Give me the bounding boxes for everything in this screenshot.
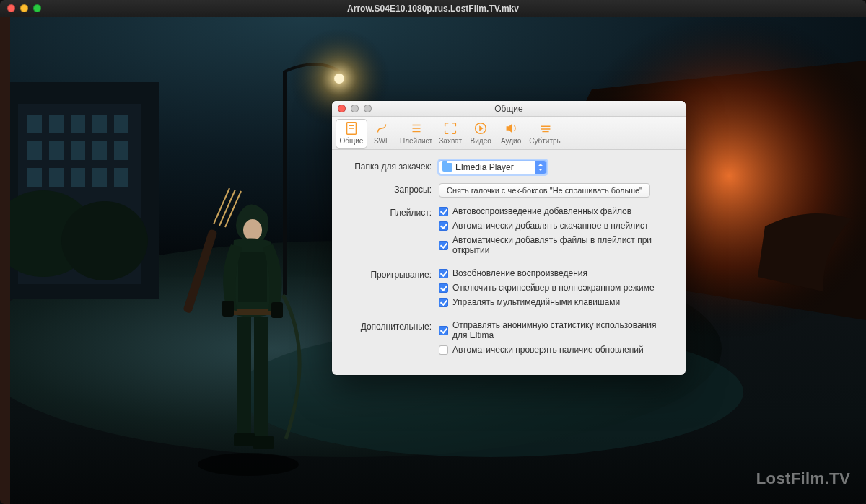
svg-rect-41	[0, 17, 10, 504]
checkbox-media-keys[interactable]: Управлять мультимедийными клавишами	[439, 297, 673, 307]
svg-rect-40	[253, 436, 274, 449]
svg-rect-33	[238, 252, 267, 302]
tab-label: Общие	[340, 137, 364, 145]
checkbox-label: Автоматически проверять наличие обновлен…	[452, 345, 644, 355]
playlist-label: Плейлист:	[345, 206, 439, 218]
checkbox-label: Автоматически добавлять скачанное в плей…	[452, 221, 648, 231]
svg-rect-6	[27, 115, 42, 133]
prefs-body: Папка для закачек: Elmedia Player Запрос…	[332, 150, 686, 375]
svg-rect-13	[71, 141, 85, 160]
swf-icon	[374, 121, 390, 136]
checkbox-disable-screensaver[interactable]: Отключить скринсейвер в полноэкранном ре…	[439, 283, 673, 293]
checkbox-autoplay-added[interactable]: Автовоспроизведение добавленных файлов	[439, 206, 673, 216]
svg-rect-9	[92, 115, 107, 133]
maximize-button[interactable]	[33, 4, 41, 12]
svg-rect-34	[232, 309, 273, 315]
tab-swf[interactable]: SWF	[367, 120, 397, 148]
svg-point-22	[61, 201, 148, 280]
checkbox-label: Отключить скринсейвер в полноэкранном ре…	[452, 283, 655, 293]
svg-rect-39	[234, 433, 255, 446]
svg-rect-11	[27, 141, 42, 160]
svg-point-32	[243, 219, 262, 241]
player-traffic-lights	[7, 4, 41, 12]
checkbox-icon	[439, 345, 448, 355]
row-playback: Проигрывание: Возобновление воспроизведе…	[345, 268, 673, 311]
svg-rect-35	[222, 301, 234, 317]
audio-icon	[503, 121, 519, 136]
prefs-title: Общие	[332, 104, 686, 114]
svg-rect-14	[92, 141, 107, 160]
checkbox-label: Отправлять анонимную статистику использо…	[452, 320, 673, 340]
svg-rect-10	[114, 115, 128, 133]
chevron-updown-icon	[535, 161, 546, 174]
checkbox-icon	[439, 326, 448, 335]
checkbox-add-downloaded[interactable]: Автоматически добавлять скачанное в плей…	[439, 221, 673, 231]
checkbox-anon-stats[interactable]: Отправлять анонимную статистику использо…	[439, 320, 673, 340]
tab-label: SWF	[374, 137, 390, 145]
svg-rect-17	[49, 168, 64, 187]
reset-checkboxes-button[interactable]: Снять галочки с чек-боксов "Не спрашиват…	[439, 183, 650, 198]
svg-rect-12	[49, 141, 64, 160]
svg-rect-20	[114, 168, 128, 187]
tab-label: Субтитры	[529, 137, 562, 145]
capture-icon	[442, 121, 458, 136]
svg-rect-18	[71, 168, 85, 187]
checkbox-icon	[439, 269, 448, 278]
checkbox-icon	[439, 207, 448, 216]
checkbox-label: Автоматически добавлять файлы в плейлист…	[452, 235, 673, 255]
svg-rect-7	[49, 115, 64, 133]
downloads-label: Папка для закачек:	[345, 160, 439, 172]
row-downloads: Папка для закачек: Elmedia Player	[345, 160, 673, 174]
svg-point-25	[334, 74, 344, 84]
row-requests: Запросы: Снять галочки с чек-боксов "Не …	[345, 183, 673, 198]
svg-rect-8	[71, 115, 85, 133]
svg-rect-23	[283, 71, 287, 295]
playlist-icon	[408, 121, 424, 136]
row-playlist: Плейлист: Автовоспроизведение добавленны…	[345, 206, 673, 260]
downloads-folder-popup[interactable]: Elmedia Player	[439, 160, 547, 174]
svg-rect-37	[237, 317, 251, 439]
checkbox-icon	[439, 241, 448, 250]
checkbox-add-on-open[interactable]: Автоматически добавлять файлы в плейлист…	[439, 235, 673, 255]
prefs-toolbar: Общие SWF Плейлист Захват Видео Аудио	[332, 117, 686, 150]
checkbox-auto-update[interactable]: Автоматически проверять наличие обновлен…	[439, 345, 673, 355]
minimize-button[interactable]	[20, 4, 28, 12]
additional-label: Дополнительные:	[345, 320, 439, 332]
tab-label: Видео	[471, 137, 491, 145]
svg-point-27	[198, 453, 299, 476]
checkbox-icon	[439, 221, 448, 231]
tab-video[interactable]: Видео	[465, 120, 496, 148]
subtitles-icon	[538, 121, 554, 136]
tab-label: Захват	[439, 137, 462, 145]
tab-label: Аудио	[501, 137, 521, 145]
general-icon	[344, 121, 359, 136]
svg-rect-15	[114, 141, 128, 160]
preferences-window: Общие Общие SWF Плейлист Захват Видео	[332, 101, 686, 375]
tab-audio[interactable]: Аудио	[496, 120, 526, 148]
requests-label: Запросы:	[345, 183, 439, 195]
svg-rect-16	[27, 168, 42, 187]
svg-rect-36	[271, 302, 283, 318]
player-titlebar[interactable]: Arrow.S04E10.1080p.rus.LostFilm.TV.mkv	[0, 0, 866, 17]
tab-general[interactable]: Общие	[336, 120, 367, 148]
player-window: Arrow.S04E10.1080p.rus.LostFilm.TV.mkv	[0, 0, 866, 504]
prefs-titlebar[interactable]: Общие	[332, 101, 686, 117]
checkbox-label: Возобновление воспроизведения	[452, 268, 587, 278]
tab-subtitles[interactable]: Субтитры	[526, 120, 565, 148]
checkbox-label: Управлять мультимедийными клавишами	[452, 297, 620, 307]
tab-label: Плейлист	[400, 137, 432, 145]
playback-label: Проигрывание:	[345, 268, 439, 280]
downloads-folder-value: Elmedia Player	[455, 162, 514, 172]
video-icon	[473, 121, 489, 136]
checkbox-icon	[439, 298, 448, 307]
folder-icon	[442, 163, 452, 172]
tab-playlist[interactable]: Плейлист	[397, 120, 435, 148]
svg-rect-19	[92, 168, 107, 187]
checkbox-resume[interactable]: Возобновление воспроизведения	[439, 268, 673, 278]
svg-rect-38	[254, 317, 268, 441]
svg-marker-49	[479, 125, 484, 131]
player-title: Arrow.S04E10.1080p.rus.LostFilm.TV.mkv	[0, 4, 866, 14]
tab-capture[interactable]: Захват	[435, 120, 465, 148]
checkbox-icon	[439, 283, 448, 293]
close-button[interactable]	[7, 4, 15, 12]
